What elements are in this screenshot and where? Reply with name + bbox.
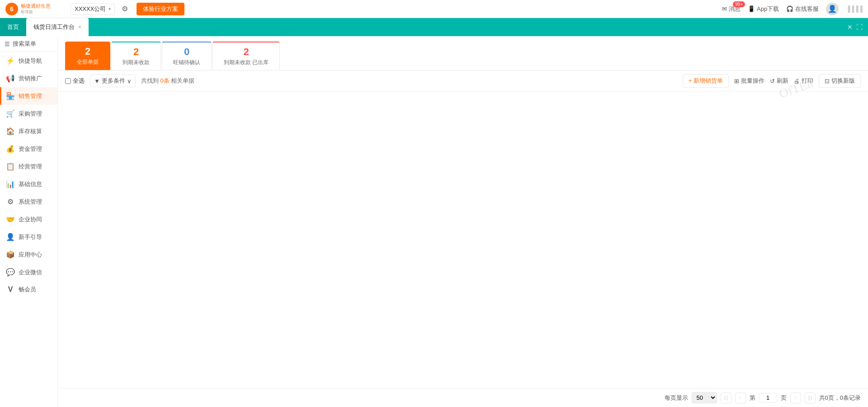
- switch-version-button[interactable]: ⊡ 切换新版: [819, 74, 861, 88]
- print-button[interactable]: 🖨 打印: [794, 77, 813, 85]
- stat-number-pending: 0: [184, 46, 189, 58]
- stat-label-pending: 旺铺待确认: [173, 59, 200, 66]
- first-page-button[interactable]: ⟨⟨: [721, 393, 731, 403]
- sidebar-item-finance[interactable]: 💰 资金管理: [0, 140, 57, 158]
- sidebar-item-enterprise-coop[interactable]: 🤝 企业协同: [0, 211, 57, 228]
- page-input[interactable]: [759, 393, 777, 402]
- sidebar-item-marketing[interactable]: 📢 营销推广: [0, 70, 57, 87]
- add-sales-order-button[interactable]: + 新增销货单: [683, 74, 729, 88]
- search-menu-button[interactable]: ☰ 搜索菜单: [0, 36, 57, 52]
- sidebar-item-label: 快捷导航: [19, 57, 42, 65]
- select-all-label: 全选: [73, 77, 85, 85]
- refresh-icon: ↺: [770, 78, 775, 84]
- prev-page-button[interactable]: ﹤: [735, 393, 746, 403]
- sidebar-item-label: 畅会员: [19, 285, 36, 294]
- found-text: 共找到 0条 相关单据: [141, 77, 194, 85]
- filter-icon: ▼: [94, 78, 100, 84]
- page-suffix: 页: [781, 394, 787, 402]
- batch-icon: ⊞: [734, 78, 739, 84]
- filter-label: 更多条件: [102, 77, 125, 85]
- sidebar-item-label: 基础信息: [19, 180, 42, 188]
- stat-tab-pending[interactable]: 0 旺铺待确认: [162, 42, 212, 70]
- sidebar-item-quick-nav[interactable]: ⚡ 快捷导航: [0, 52, 57, 70]
- stat-label-all: 全部单据: [77, 58, 99, 66]
- sidebar-item-newbie-guide[interactable]: 👤 新手引导: [0, 228, 57, 246]
- logo-icon: 6: [5, 3, 18, 15]
- trial-button[interactable]: 体验行业方案: [137, 3, 184, 15]
- message-icon: ✉: [722, 5, 727, 12]
- company-selector[interactable]: XXXXX公司 ▾: [71, 3, 115, 15]
- stat-number-overdue-shipped: 2: [244, 46, 249, 58]
- stat-label-overdue: 到期未收款: [123, 59, 150, 66]
- marketing-icon: 📢: [6, 74, 15, 83]
- online-service-label: 在线客服: [795, 5, 819, 13]
- switch-icon: ⊡: [825, 78, 830, 84]
- operations-icon: 📋: [6, 162, 15, 171]
- per-page-label: 每页显示: [665, 394, 688, 402]
- found-count: 0条: [160, 77, 170, 84]
- main-layout: ☰ 搜索菜单 ⚡ 快捷导航 📢 营销推广 🏪 销售管理 🛒 采购管理 🏠 库存核…: [0, 36, 868, 407]
- refresh-button[interactable]: ↺ 刷新: [770, 77, 788, 85]
- sales-icon: 🏪: [6, 92, 15, 100]
- top-header: 6 畅捷通好生意 标准版 XXXXX公司 ▾ ⚙ 体验行业方案 ✉ 消息 99+…: [0, 0, 868, 18]
- message-button[interactable]: ✉ 消息 99+: [722, 5, 741, 13]
- search-icon: ☰: [5, 41, 10, 47]
- logo-text: 畅捷通好生意: [21, 3, 51, 9]
- sidebar-item-label: 企业微信: [19, 268, 42, 276]
- found-suffix: 相关单据: [171, 77, 194, 84]
- table-area: [58, 92, 868, 388]
- filter-button[interactable]: ▼ 更多条件 ∨: [90, 75, 136, 87]
- company-name: XXXXX公司: [75, 5, 106, 13]
- switch-label: 切换新版: [831, 77, 855, 85]
- sidebar-item-label: 新手引导: [19, 233, 42, 241]
- header-right: ✉ 消息 99+ 📱 App下载 🎧 在线客服 👤 ▐▐▐▐: [722, 3, 863, 15]
- select-all-checkbox[interactable]: 全选: [65, 77, 85, 85]
- stat-number-all: 2: [85, 46, 90, 57]
- filter-chevron-icon: ∨: [127, 78, 132, 84]
- sidebar-item-system[interactable]: ⚙ 系统管理: [0, 193, 57, 211]
- stat-tab-overdue[interactable]: 2 到期未收款: [111, 42, 161, 70]
- expand-icon[interactable]: ⛶: [856, 23, 863, 31]
- next-page-button[interactable]: ﹥: [790, 393, 801, 403]
- search-menu-label: 搜索菜单: [13, 40, 36, 48]
- total-label: 共0页，0条记录: [819, 394, 861, 402]
- home-tab-label: 首页: [7, 23, 19, 31]
- sidebar-item-enterprise-wechat[interactable]: 💬 企业微信: [0, 263, 57, 281]
- tab-bar: 首页 钱货日清工作台 × ✕ ⛶: [0, 18, 868, 36]
- content-area: 2 全部单据 2 到期未收款 0 旺铺待确认 2 到期未收款 已出库 全选: [58, 36, 868, 407]
- per-page-select[interactable]: 50 100 200: [692, 392, 717, 403]
- sidebar-item-label: 系统管理: [19, 198, 42, 206]
- sidebar-item-vip[interactable]: V 畅会员: [0, 281, 57, 298]
- sidebar-item-operations[interactable]: 📋 经营管理: [0, 158, 57, 175]
- sidebar-item-label: 库存核算: [19, 127, 42, 136]
- purchase-icon: 🛒: [6, 109, 15, 118]
- last-page-button[interactable]: ⟩⟩: [805, 393, 816, 403]
- batch-operation-button[interactable]: ⊞ 批量操作: [734, 77, 764, 85]
- chevron-down-icon: ▾: [108, 6, 111, 11]
- collapse-icon[interactable]: ✕: [847, 23, 853, 31]
- tab-close-icon[interactable]: ×: [78, 24, 81, 30]
- sidebar-item-purchase[interactable]: 🛒 采购管理: [0, 105, 57, 122]
- tab-active[interactable]: 钱货日清工作台 ×: [26, 18, 89, 36]
- newbie-guide-icon: 👤: [6, 233, 15, 241]
- sidebar-item-basic-info[interactable]: 📊 基础信息: [0, 175, 57, 193]
- quick-nav-icon: ⚡: [6, 56, 15, 65]
- select-all-input[interactable]: [65, 78, 71, 84]
- sidebar-item-label: 采购管理: [19, 110, 42, 118]
- sidebar-item-sales[interactable]: 🏪 销售管理: [0, 87, 57, 105]
- avatar[interactable]: 👤: [826, 3, 839, 15]
- toolbar: 全选 ▼ 更多条件 ∨ 共找到 0条 相关单据 + 新增销货单 ⊞ 批量操作 ↺: [58, 70, 868, 92]
- sidebar-item-inventory[interactable]: 🏠 库存核算: [0, 122, 57, 140]
- vip-icon: V: [6, 285, 15, 294]
- settings-button[interactable]: ⚙: [118, 3, 131, 15]
- app-download-button[interactable]: 📱 App下载: [748, 5, 779, 13]
- stat-tab-overdue-shipped[interactable]: 2 到期未收款 已出库: [212, 42, 280, 70]
- finance-icon: 💰: [6, 145, 15, 153]
- logo-sub: 标准版: [21, 9, 51, 15]
- print-label: 打印: [802, 77, 813, 85]
- tab-home[interactable]: 首页: [0, 18, 26, 36]
- online-service-button[interactable]: 🎧 在线客服: [786, 5, 819, 13]
- sidebar-item-app-center[interactable]: 📦 应用中心: [0, 246, 57, 263]
- stat-tab-all[interactable]: 2 全部单据: [65, 42, 110, 70]
- stats-tabs: 2 全部单据 2 到期未收款 0 旺铺待确认 2 到期未收款 已出库: [58, 36, 868, 70]
